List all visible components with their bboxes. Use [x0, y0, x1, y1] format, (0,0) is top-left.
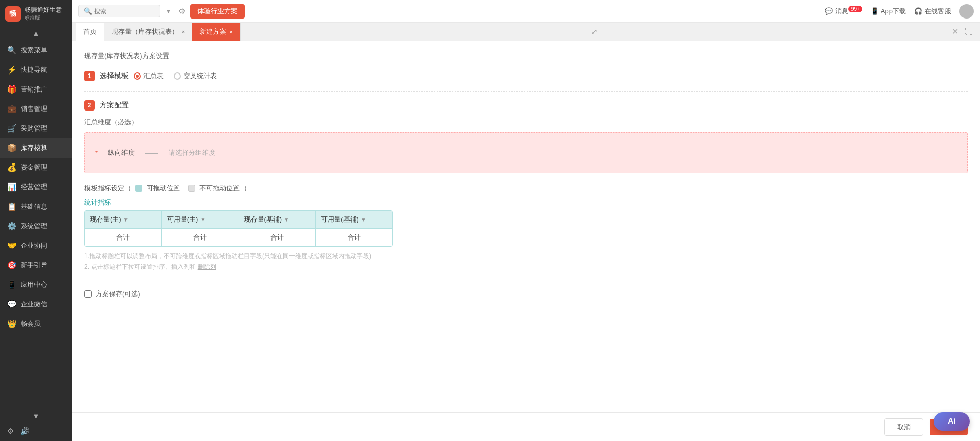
- settings-icon[interactable]: ⚙: [178, 7, 185, 16]
- step1-header: 1 选择模板 汇总表 交叉统计表: [84, 71, 968, 81]
- data-cell-3: 合计: [316, 229, 392, 246]
- save-checkbox[interactable]: [84, 290, 92, 298]
- tip-line-1: 1.拖动标题栏可以调整布局，不可跨维度或指标区域拖动栏目字段(只能在同一维度或指…: [84, 252, 968, 261]
- sidebar-item-label: 资金管理: [21, 163, 47, 172]
- draggable-label: 可拖动位置: [147, 183, 180, 193]
- sidebar-item-label: 应用中心: [21, 280, 47, 289]
- maximize-icon[interactable]: ⛶: [961, 23, 976, 41]
- sidebar-item-wechat[interactable]: 💬 企业微信: [0, 295, 72, 314]
- search-icon: 🔍: [84, 7, 92, 15]
- target-icon: 🎯: [7, 261, 16, 270]
- tip2-link[interactable]: 删除列: [198, 263, 216, 270]
- sidebar-item-enterprise[interactable]: 🤝 企业协同: [0, 236, 72, 255]
- col-header-0[interactable]: 现存量(主) ▼: [85, 211, 162, 228]
- sidebar-item-guide[interactable]: 🎯 新手引导: [0, 255, 72, 275]
- sidebar-item-label: 库存核算: [21, 143, 47, 153]
- radio-summary[interactable]: 汇总表: [134, 71, 164, 81]
- speaker-icon[interactable]: 🔊: [20, 427, 30, 436]
- tab-home[interactable]: 首页: [76, 23, 104, 41]
- col-1-chevron-icon[interactable]: ▼: [200, 217, 205, 223]
- indicator-setting-prefix: 模板指标设定（: [84, 183, 131, 193]
- sidebar-item-operation[interactable]: 📊 经营管理: [0, 177, 72, 197]
- sidebar-item-sales[interactable]: 💼 销售管理: [0, 99, 72, 119]
- scroll-up-btn[interactable]: ▲: [0, 28, 72, 39]
- sidebar-item-label: 营销推广: [21, 85, 47, 94]
- scroll-down-btn[interactable]: ▼: [0, 411, 72, 421]
- tab-new-plan-close-icon[interactable]: ×: [229, 29, 232, 35]
- tip1-text: 1.拖动标题栏可以调整布局，不可跨维度或指标区域拖动栏目字段(只能在同一维度或指…: [84, 252, 371, 260]
- col-3-chevron-icon[interactable]: ▼: [361, 217, 366, 223]
- settings-bottom-icon[interactable]: ⚙: [7, 427, 14, 436]
- gear-icon: ⚙️: [7, 222, 16, 231]
- logo-sub: 标准版: [25, 14, 62, 22]
- sidebar-item-basic-info[interactable]: 📋 基础信息: [0, 197, 72, 216]
- close-panel-icon[interactable]: ✕: [949, 23, 961, 41]
- sidebar-item-label: 企业微信: [21, 300, 47, 309]
- tip-line-2: 2. 点击标题栏下拉可设置排序、插入列和 删除列: [84, 263, 968, 271]
- cancel-button[interactable]: 取消: [884, 418, 923, 436]
- required-mark: *: [95, 149, 98, 157]
- message-btn[interactable]: 💬 消息 99+: [825, 7, 862, 16]
- col-3-label: 可用量(基辅): [321, 215, 359, 224]
- sidebar-item-marketing[interactable]: 🎁 营销推广: [0, 80, 72, 99]
- sidebar-item-system[interactable]: ⚙️ 系统管理: [0, 216, 72, 236]
- sidebar-item-label: 采购管理: [21, 124, 47, 133]
- dropdown-chevron-icon[interactable]: ▼: [166, 8, 171, 14]
- col-header-1[interactable]: 可用量(主) ▼: [162, 211, 239, 228]
- money-icon: 💰: [7, 163, 16, 172]
- col-header-3[interactable]: 可用量(基辅) ▼: [316, 211, 392, 228]
- avatar[interactable]: [959, 4, 974, 19]
- fixed-badge: [188, 185, 195, 192]
- action-bar: 取消 查询: [72, 412, 980, 441]
- lightning-icon: ⚡: [7, 65, 16, 75]
- sidebar-item-purchase[interactable]: 🛒 采购管理: [0, 119, 72, 138]
- col-header-2[interactable]: 现存量(基辅) ▼: [239, 211, 316, 228]
- summary-dim-label: 汇总维度（必选）: [84, 118, 968, 127]
- tab-new-plan[interactable]: 新建方案 ×: [192, 23, 240, 41]
- sidebar-item-inventory[interactable]: 📦 库存核算: [0, 138, 72, 158]
- dim-placeholder: 请选择分组维度: [169, 148, 215, 157]
- sidebar-item-label: 销售管理: [21, 104, 47, 114]
- step1-section: 1 选择模板 汇总表 交叉统计表: [84, 71, 968, 81]
- online-service-btn[interactable]: 🎧 在线客服: [914, 7, 951, 16]
- gift-icon: 🎁: [7, 85, 16, 94]
- footer-save: 方案保存(可选): [84, 282, 968, 304]
- sidebar-logo: 畅 畅赚通好生意 标准版: [0, 0, 72, 28]
- sidebar-item-finance[interactable]: 💰 资金管理: [0, 158, 72, 177]
- radio-summary-dot: [134, 72, 141, 80]
- content-area: 现存量(库存状况表)方案设置 1 选择模板 汇总表 交叉统计表: [72, 41, 980, 412]
- ai-bubble[interactable]: Ai: [934, 412, 970, 431]
- col-2-chevron-icon[interactable]: ▼: [284, 217, 289, 223]
- sidebar-item-quick-nav[interactable]: ⚡ 快捷导航: [0, 60, 72, 80]
- mobile-icon: 📱: [7, 280, 16, 289]
- expand-icon: ⤢: [591, 27, 598, 36]
- app-download-label: App下载: [881, 7, 906, 16]
- search-input[interactable]: [94, 8, 146, 15]
- ai-label: Ai: [948, 417, 956, 426]
- sidebar-item-search-menu[interactable]: 🔍 搜索菜单: [0, 41, 72, 60]
- logo-icon: 畅: [5, 6, 21, 22]
- search-icon: 🔍: [7, 46, 16, 55]
- indicator-table: 现存量(主) ▼ 可用量(主) ▼ 现存量(基辅) ▼ 可用量(基辅): [84, 210, 393, 247]
- sidebar-item-app-center[interactable]: 📱 应用中心: [0, 275, 72, 295]
- app-download-btn[interactable]: 📱 App下载: [870, 7, 906, 16]
- page-title: 现存量(库存状况表)方案设置: [84, 51, 968, 61]
- phone-icon: 📱: [870, 7, 879, 15]
- tab-inventory-close-icon[interactable]: ×: [182, 29, 185, 35]
- message-icon: 💬: [825, 7, 833, 15]
- tab-inventory-status[interactable]: 现存量（库存状况表） ×: [104, 23, 192, 41]
- dim-dash: ——: [145, 149, 158, 157]
- tab-expand-btn[interactable]: ⤢: [586, 23, 603, 41]
- draggable-badge: [135, 185, 142, 192]
- topbar-search-box[interactable]: 🔍: [78, 5, 160, 17]
- trial-btn[interactable]: 体验行业方案: [190, 4, 245, 19]
- sidebar-item-member[interactable]: 👑 畅会员: [0, 314, 72, 334]
- cart-icon: 🛒: [7, 124, 16, 133]
- col-0-chevron-icon[interactable]: ▼: [123, 217, 129, 223]
- sidebar: 畅 畅赚通好生意 标准版 ▲ 🔍 搜索菜单 ⚡ 快捷导航 🎁 营销推广 💼 销售…: [0, 0, 72, 441]
- crown-icon: 👑: [7, 319, 16, 328]
- sidebar-item-label: 畅会员: [21, 319, 41, 328]
- radio-cross[interactable]: 交叉统计表: [174, 71, 217, 81]
- dimension-area[interactable]: * 纵向维度 —— 请选择分组维度: [84, 132, 968, 173]
- clipboard-icon: 📋: [7, 202, 16, 211]
